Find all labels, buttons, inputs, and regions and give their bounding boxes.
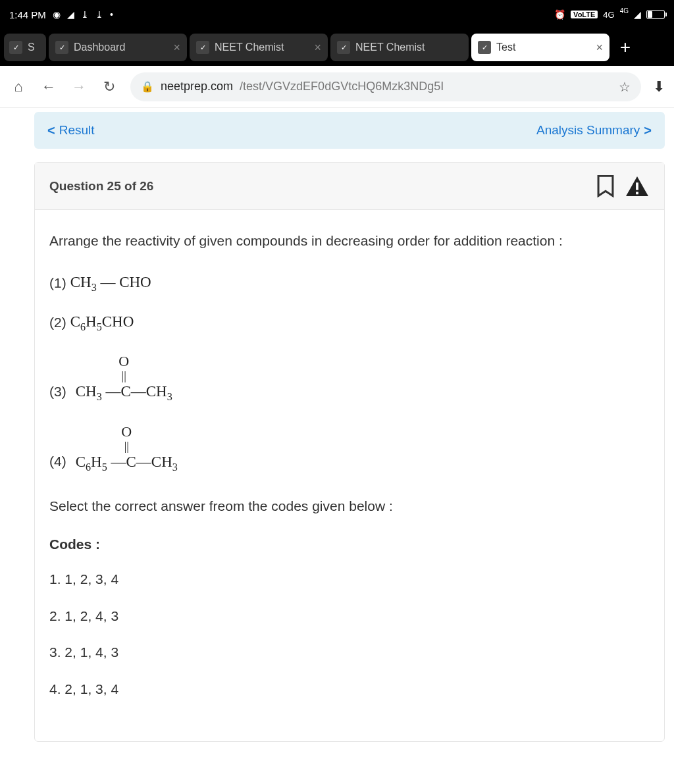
chevron-right-icon: > <box>644 123 652 138</box>
option-3[interactable]: 3. 2, 1, 4, 3 <box>49 641 650 664</box>
compound-num: (3) <box>49 380 66 403</box>
alarm-icon: ⏰ <box>554 9 565 20</box>
url-path: /test/VGVzdEF0dGVtcHQ6Mzk3NDg5I <box>240 80 444 93</box>
signal-superscript: 4G <box>620 7 629 14</box>
compound-3: (3) O || CH3 —C—CH3 <box>49 350 650 405</box>
reload-icon[interactable]: ↻ <box>100 78 118 95</box>
status-left: 1:44 PM ◉ ◢ ⤓ ⤓ • <box>9 9 113 20</box>
tab-neet-1[interactable]: ✓ NEET Chemist × <box>190 34 328 61</box>
nav-bar: ⌂ ← → ↻ 🔒 neetprep.com/test/VGVzdEF0dGVt… <box>0 66 674 108</box>
tab-label: NEET Chemist <box>355 41 462 53</box>
url-bar[interactable]: 🔒 neetprep.com/test/VGVzdEF0dGVtcHQ6Mzk3… <box>130 72 641 101</box>
forward-icon[interactable]: → <box>70 78 88 95</box>
close-icon[interactable]: × <box>596 41 603 55</box>
result-label: Result <box>59 123 95 138</box>
compound-num: (1) <box>49 272 66 294</box>
question-card: Question 25 of 26 Arrange the reactivity… <box>34 162 665 742</box>
double-bond: || <box>76 373 172 380</box>
send-icon: ◢ <box>67 9 74 20</box>
new-tab-button[interactable]: + <box>612 34 638 61</box>
download1-icon: ⤓ <box>81 9 89 20</box>
battery-icon <box>646 10 665 19</box>
analysis-link[interactable]: Analysis Summary > <box>536 123 652 138</box>
status-time: 1:44 PM <box>9 9 46 20</box>
select-instruction: Select the correct answer freom the code… <box>49 495 650 517</box>
analysis-label: Analysis Summary <box>536 123 640 138</box>
option-4[interactable]: 4. 2, 1, 3, 4 <box>49 678 650 700</box>
dot-icon: • <box>110 9 113 20</box>
home-icon[interactable]: ⌂ <box>9 78 28 95</box>
compound-num: (2) <box>49 311 66 334</box>
carbon-chain: C6H5 —C—CH3 <box>76 450 178 475</box>
download2-icon: ⤓ <box>95 9 103 20</box>
svg-rect-0 <box>636 182 638 190</box>
option-2[interactable]: 2. 1, 2, 4, 3 <box>49 605 650 627</box>
tab-favicon-icon: ✓ <box>9 41 22 54</box>
tab-test-active[interactable]: ✓ Test × <box>471 34 609 61</box>
download-icon[interactable]: ⬇ <box>653 78 665 95</box>
result-link[interactable]: < Result <box>47 123 95 138</box>
signal-icon: ◢ <box>634 9 641 20</box>
close-icon[interactable]: × <box>173 41 180 55</box>
volte-badge: VoLTE <box>571 11 598 18</box>
bookmark-icon[interactable] <box>596 175 615 197</box>
result-bar: < Result Analysis Summary > <box>34 112 665 149</box>
status-bar: 1:44 PM ◉ ◢ ⤓ ⤓ • ⏰ VoLTE 4G 4G ◢ <box>0 0 674 29</box>
compound-formula: O || C6H5 —C—CH3 <box>76 420 178 475</box>
content: < Result Analysis Summary > Question 25 … <box>0 112 674 742</box>
chevron-left-icon: < <box>47 123 55 138</box>
tab-label: Test <box>496 41 590 53</box>
question-number: Question 25 of 26 <box>49 179 153 194</box>
compound-num: (4) <box>49 450 66 473</box>
back-icon[interactable]: ← <box>39 78 58 95</box>
tab-neet-2[interactable]: ✓ NEET Chemist <box>330 34 469 61</box>
star-icon[interactable]: ☆ <box>619 79 631 95</box>
header-icons <box>596 175 650 197</box>
tab-label: S <box>28 41 41 53</box>
svg-rect-1 <box>636 192 638 194</box>
option-1[interactable]: 1. 1, 2, 3, 4 <box>49 568 650 590</box>
question-body: Arrange the reactivity of given compound… <box>35 210 664 741</box>
tab-label: Dashboard <box>74 41 168 53</box>
tab-favicon-icon: ✓ <box>478 41 491 54</box>
double-bond: || <box>76 443 178 450</box>
codes-label: Codes : <box>49 533 650 556</box>
compound-formula: C6H5CHO <box>70 310 134 335</box>
compound-1: (1) CH3 — CHO <box>49 271 650 296</box>
tab-label: NEET Chemist <box>215 41 309 53</box>
tab-favicon-icon: ✓ <box>196 41 209 54</box>
lock-icon: 🔒 <box>141 80 154 93</box>
question-text: Arrange the reactivity of given compound… <box>49 230 650 252</box>
network-label: 4G <box>603 10 614 20</box>
question-header: Question 25 of 26 <box>35 163 664 210</box>
warning-icon[interactable] <box>625 175 650 197</box>
url-domain: neetprep.com <box>161 80 233 93</box>
carbon-chain: CH3 —C—CH3 <box>76 380 172 405</box>
compound-formula: O || CH3 —C—CH3 <box>76 350 172 405</box>
compound-2: (2) C6H5CHO <box>49 310 650 335</box>
record-icon: ◉ <box>53 9 61 20</box>
close-icon[interactable]: × <box>314 41 321 55</box>
tab-favicon-icon: ✓ <box>55 41 68 54</box>
status-right: ⏰ VoLTE 4G 4G ◢ <box>554 9 665 20</box>
compound-4: (4) O || C6H5 —C—CH3 <box>49 420 650 475</box>
tab-0[interactable]: ✓ S <box>4 34 46 61</box>
tab-bar: ✓ S ✓ Dashboard × ✓ NEET Chemist × ✓ NEE… <box>0 29 674 66</box>
tab-favicon-icon: ✓ <box>337 41 350 54</box>
compound-formula: CH3 — CHO <box>70 271 151 296</box>
tab-dashboard[interactable]: ✓ Dashboard × <box>49 34 187 61</box>
